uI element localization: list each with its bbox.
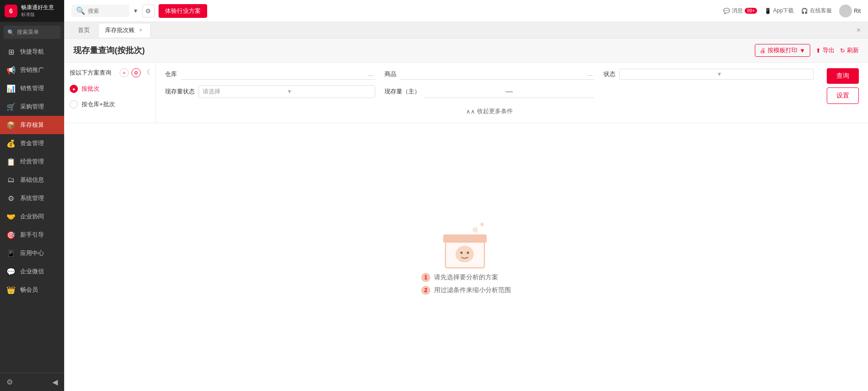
- newbie-icon: 🎯: [6, 230, 16, 239]
- finance-icon: 💰: [6, 139, 16, 148]
- panel-close-icon[interactable]: ×: [857, 26, 861, 34]
- warehouse-more-icon[interactable]: ...: [366, 70, 375, 77]
- scheme-settings-btn[interactable]: ⚙: [132, 68, 141, 77]
- product-label: 商品: [385, 70, 396, 78]
- svg-point-3: [461, 251, 463, 254]
- sidebar-item-purchase[interactable]: 🛒 采购管理: [0, 98, 64, 116]
- print-dropdown-icon[interactable]: ▼: [799, 47, 805, 54]
- inventory-icon: 📦: [6, 120, 16, 130]
- sidebar-item-quick-nav[interactable]: ⊞ 快捷导航: [0, 43, 64, 61]
- stock-status-select[interactable]: 请选择 ▼: [198, 85, 375, 98]
- topbar-search-input[interactable]: [88, 8, 125, 14]
- filter-settings-btn[interactable]: 设置: [827, 87, 859, 104]
- app-logo: 6: [5, 5, 17, 17]
- sidebar-item-system[interactable]: ⚙ 系统管理: [0, 189, 64, 207]
- range-dash: —: [505, 87, 513, 96]
- stock-qty-label: 现存量（主）: [385, 87, 420, 96]
- trial-btn[interactable]: 体验行业方案: [159, 4, 207, 18]
- tab-home[interactable]: 首页: [71, 23, 96, 38]
- member-icon: 👑: [6, 285, 16, 294]
- sidebar-item-operation[interactable]: 📋 经营管理: [0, 152, 64, 171]
- sidebar-item-member[interactable]: 👑 畅会员: [0, 281, 64, 299]
- topbar-search-box[interactable]: 🔍: [71, 5, 129, 17]
- svg-point-2: [456, 246, 474, 262]
- sidebar-item-marketing[interactable]: 📢 营销推广: [0, 61, 64, 79]
- stock-qty-min[interactable]: [424, 88, 502, 95]
- sidebar-item-label: 新手引导: [20, 231, 44, 239]
- stock-qty-max[interactable]: [516, 88, 594, 95]
- sidebar-item-sales[interactable]: 📊 销售管理: [0, 79, 64, 98]
- app-icon: 📱: [764, 8, 771, 14]
- sidebar-item-wechat[interactable]: 💬 企业微信: [0, 262, 64, 281]
- scheme-inactive-icon: [70, 100, 78, 109]
- search-menu-btn[interactable]: 🔍 搜索菜单: [4, 26, 60, 39]
- empty-tip-2: 2 用过滤条件来缩小分析范围: [421, 286, 511, 295]
- svg-point-6: [480, 223, 484, 226]
- filter-form: 仓库 ... 商品 ...: [156, 63, 868, 123]
- svg-rect-1: [443, 234, 487, 243]
- print-btn[interactable]: 🖨 按模板打印 ▼: [755, 44, 810, 57]
- sidebar-item-label: 畅会员: [20, 286, 38, 294]
- product-input-wrapper: ...: [400, 68, 595, 80]
- tip-num-1: 1: [421, 273, 430, 282]
- settings-btn[interactable]: ⚙: [142, 5, 155, 17]
- scheme-item-batch[interactable]: ● 按批次: [64, 81, 155, 97]
- export-btn[interactable]: ⬆ 导出: [816, 46, 835, 54]
- filter-group-status: 状态 ▼: [604, 69, 814, 80]
- tip-text-1: 请先选择要分析的方案: [434, 273, 498, 282]
- printer-icon: 🖨: [760, 47, 766, 54]
- scheme-item-warehouse-batch[interactable]: 按仓库+批次: [64, 97, 155, 112]
- sidebar-item-label: 企业微信: [20, 267, 44, 276]
- settings-icon[interactable]: ⚙: [6, 378, 13, 386]
- sidebar-item-apps[interactable]: 📱 应用中心: [0, 244, 64, 262]
- export-icon: ⬆: [816, 47, 821, 54]
- message-badge: 99+: [745, 8, 757, 14]
- status-select[interactable]: ▼: [619, 69, 814, 80]
- add-scheme-btn[interactable]: +: [120, 68, 129, 77]
- sidebar-item-inventory[interactable]: 📦 库存核算: [0, 116, 64, 134]
- search-icon: 🔍: [76, 6, 85, 15]
- online-service-btn[interactable]: 🎧 在线客服: [801, 7, 832, 15]
- tabs-bar: 首页 库存批次账 × ×: [64, 22, 868, 38]
- sidebar-header: 6 畅康通好生意 标准版: [0, 0, 64, 22]
- filter-row-2: 现存量状态 请选择 ▼ 现存量（主） —: [165, 85, 814, 98]
- topbar-left: 🔍 ▼ ⚙ 体验行业方案: [71, 4, 718, 18]
- messages-btn[interactable]: 💬 消息 99+: [723, 7, 757, 15]
- tab-close-icon[interactable]: ×: [137, 27, 144, 33]
- refresh-icon: ↻: [840, 47, 845, 54]
- dropdown-arrow-icon[interactable]: ▼: [133, 8, 138, 14]
- scheme-active-icon: ●: [70, 85, 78, 93]
- tip-text-2: 用过滤条件来缩小分析范围: [434, 286, 511, 294]
- print-label: 按模板打印: [768, 46, 797, 54]
- sidebar-item-label: 销售管理: [20, 84, 44, 92]
- user-profile[interactable]: Rit: [839, 5, 861, 17]
- product-input[interactable]: [400, 71, 586, 77]
- messages-label: 消息: [732, 7, 743, 15]
- system-icon: ⚙: [6, 194, 16, 203]
- sidebar-item-label: 企业协同: [20, 212, 44, 221]
- product-more-icon[interactable]: ...: [586, 70, 595, 77]
- sidebar-item-finance[interactable]: 💰 资金管理: [0, 134, 64, 152]
- tip-num-2: 2: [421, 286, 430, 295]
- operation-icon: 📋: [6, 157, 16, 166]
- sidebar-item-label: 系统管理: [20, 194, 44, 202]
- scheme-collapse-btn[interactable]: 《: [143, 68, 150, 77]
- sidebar-item-newbie[interactable]: 🎯 新手引导: [0, 226, 64, 244]
- empty-state: 1 请先选择要分析的方案 2 用过滤条件来缩小分析范围: [64, 123, 868, 391]
- svg-point-5: [472, 227, 478, 233]
- app-download-btn[interactable]: 📱 App下载: [764, 7, 794, 15]
- sidebar-nav: ⊞ 快捷导航 📢 营销推广 📊 销售管理 🛒 采购管理 📦 库存核算 💰 资金管…: [0, 43, 64, 373]
- filter-scheme-panel: 按以下方案查询 + ⚙ 《 ● 按批次 按仓库+批次: [64, 63, 156, 123]
- query-btn[interactable]: 查询: [827, 68, 859, 84]
- sidebar-item-enterprise[interactable]: 🤝 企业协同: [0, 207, 64, 226]
- sidebar-item-basic[interactable]: 🗂 基础信息: [0, 171, 64, 189]
- basic-icon: 🗂: [6, 175, 16, 185]
- collapse-sidebar-icon[interactable]: ◀: [52, 378, 58, 386]
- sidebar-item-label: 库存核算: [20, 121, 44, 129]
- refresh-btn[interactable]: ↻ 刷新: [840, 46, 859, 54]
- filter-area: 按以下方案查询 + ⚙ 《 ● 按批次 按仓库+批次: [64, 63, 868, 123]
- collapse-more-btn[interactable]: ∧∧ 收起更多条件: [165, 103, 814, 117]
- warehouse-input[interactable]: [181, 71, 366, 77]
- filter-group-stock-status: 现存量状态 请选择 ▼: [165, 85, 375, 98]
- tab-batch-account[interactable]: 库存批次账 ×: [98, 23, 151, 38]
